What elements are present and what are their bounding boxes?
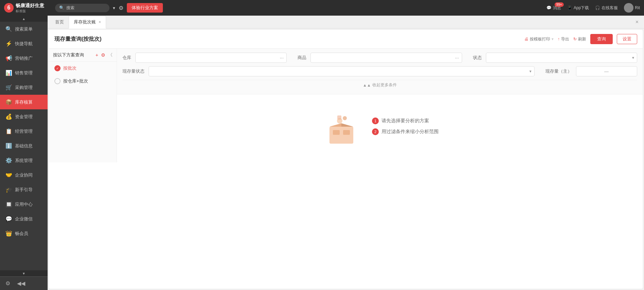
online-service-label: 在线客服 xyxy=(601,5,618,11)
sidebar-item-search[interactable]: 🔍 搜索菜单 xyxy=(0,22,48,36)
stock-qty-range[interactable]: — xyxy=(576,66,637,76)
user-avatar-button[interactable]: Rit xyxy=(624,3,640,13)
svg-rect-0 xyxy=(329,127,353,144)
sidebar-scroll-down[interactable]: ▼ xyxy=(0,270,48,276)
messages-button[interactable]: 💬 消息 99+ xyxy=(546,5,561,11)
svg-rect-3 xyxy=(333,130,340,135)
refresh-button[interactable]: ↻ 刷新 xyxy=(573,36,586,42)
sidebar-item-label: 采购管理 xyxy=(15,85,33,91)
logo-icon: 6 xyxy=(4,3,14,13)
avatar xyxy=(624,3,633,13)
status-select[interactable]: ▾ xyxy=(486,53,637,63)
topbar-right: 💬 消息 99+ 📱 App下载 🎧 在线客服 Rit xyxy=(546,3,640,13)
operation-icon: 📋 xyxy=(5,128,12,134)
topbar-center: 🔍 搜索 ▾ ⚙ 体验行业方案 xyxy=(52,3,546,13)
sidebar-item-label: 应用中心 xyxy=(15,201,33,207)
message-icon: 💬 xyxy=(546,5,552,10)
sidebar-item-label: 经营管理 xyxy=(15,128,33,134)
sidebar-item-operation[interactable]: 📋 经营管理 xyxy=(0,124,48,139)
sidebar-item-app-center[interactable]: 🔲 应用中心 xyxy=(0,197,48,212)
left-panel-actions: + ⚙ 《 xyxy=(96,52,113,58)
empty-step-2: 2 用过滤条件来缩小分析范围 xyxy=(372,128,439,135)
tab-close-all-icon[interactable]: × xyxy=(633,18,641,26)
sidebar-item-finance[interactable]: 💰 资金管理 xyxy=(0,109,48,124)
sidebar-item-enterprise[interactable]: 🤝 企业协同 xyxy=(0,168,48,182)
warehouse-input[interactable]: ··· xyxy=(135,53,287,63)
sidebar-item-system[interactable]: ⚙️ 系统管理 xyxy=(0,153,48,168)
export-button[interactable]: ↑ 导出 xyxy=(558,36,569,42)
topbar-search[interactable]: 🔍 搜索 xyxy=(55,4,109,12)
export-label: 导出 xyxy=(561,36,569,42)
sidebar-item-quick-nav[interactable]: ⚡ 快捷导航 xyxy=(0,36,48,51)
svg-marker-1 xyxy=(329,123,341,127)
left-panel-header: 按以下方案查询 + ⚙ 《 xyxy=(49,49,117,62)
collapse-filter-button[interactable]: ▲▲ 收起更多条件 xyxy=(122,80,637,90)
topbar-gear-icon[interactable]: ⚙ xyxy=(119,5,123,11)
tabs-bar: 首页 库存批次账 × × xyxy=(48,16,644,29)
setting-button[interactable]: 设置 xyxy=(617,34,637,44)
page-header-actions: 🖨 按模板打印 ▾ ↑ 导出 ↻ 刷新 查询 设置 xyxy=(524,34,637,44)
tab-home[interactable]: 首页 xyxy=(50,16,69,29)
wechat-icon: 💬 xyxy=(5,216,12,222)
search-menu-icon: 🔍 xyxy=(5,26,12,32)
sidebar-item-wechat[interactable]: 💬 企业微信 xyxy=(0,212,48,226)
sidebar-item-guide[interactable]: 🎓 新手引导 xyxy=(0,182,48,197)
sidebar-item-label: 畅会员 xyxy=(15,231,28,237)
online-service-button[interactable]: 🎧 在线客服 xyxy=(595,5,618,11)
trial-button[interactable]: 体验行业方案 xyxy=(127,3,163,13)
sidebar-item-purchase[interactable]: 🛒 采购管理 xyxy=(0,80,48,95)
tab-inventory-batch[interactable]: 库存批次账 × xyxy=(69,16,106,29)
sidebar-scroll-up[interactable]: ▲ xyxy=(0,16,48,22)
sidebar-item-inventory[interactable]: 📦 库存核算 xyxy=(0,95,48,109)
collapse-sidebar-icon[interactable]: ◀◀ xyxy=(17,280,25,287)
settings-bottom-icon[interactable]: ⚙ xyxy=(5,280,10,287)
tab-home-label: 首页 xyxy=(55,19,64,25)
plan-active-icon: ✓ xyxy=(54,65,61,71)
add-plan-icon[interactable]: + xyxy=(96,52,98,58)
sidebar-item-basic-info[interactable]: ℹ️ 基础信息 xyxy=(0,139,48,153)
warehouse-dots[interactable]: ··· xyxy=(280,55,284,60)
warehouse-label: 仓库 xyxy=(122,55,131,61)
system-icon: ⚙️ xyxy=(5,157,12,164)
topbar-dropdown-icon[interactable]: ▾ xyxy=(113,5,115,11)
finance-icon: 💰 xyxy=(5,113,12,120)
service-icon: 🎧 xyxy=(595,5,600,10)
sidebar-item-label: 系统管理 xyxy=(15,158,33,164)
filter-row-2: 现存量状态 ▾ 现存量（主） — xyxy=(122,66,637,76)
print-button[interactable]: 🖨 按模板打印 ▾ xyxy=(524,36,554,42)
sidebar: ▲ 🔍 搜索菜单 ⚡ 快捷导航 📢 营销推广 📊 销售管理 🛒 采购管理 xyxy=(0,16,48,290)
sidebar-item-label: 营销推广 xyxy=(15,55,33,61)
sidebar-item-label: 快捷导航 xyxy=(15,41,33,47)
collapse-panel-icon[interactable]: 《 xyxy=(108,52,113,58)
quick-nav-icon: ⚡ xyxy=(5,40,12,47)
right-area: 仓库 ··· 商品 ··· 状态 xyxy=(117,49,643,162)
member-icon: 👑 xyxy=(5,230,12,237)
product-text-input[interactable] xyxy=(313,55,455,60)
app-download-button[interactable]: 📱 App下载 xyxy=(567,5,589,11)
sidebar-item-label: 企业微信 xyxy=(15,216,33,222)
step-1-number: 1 xyxy=(372,117,379,124)
stock-qty-max-input[interactable] xyxy=(610,69,634,74)
plan-item-batch[interactable]: ✓ 按批次 xyxy=(49,62,117,75)
plan-item-warehouse-batch[interactable]: 按仓库+批次 xyxy=(49,75,117,88)
print-chevron-icon: ▾ xyxy=(552,37,554,41)
main-area: 按以下方案查询 + ⚙ 《 ✓ 按批次 按仓库+批次 xyxy=(49,49,643,162)
product-dots[interactable]: ··· xyxy=(455,55,459,60)
tab-close-icon[interactable]: × xyxy=(99,20,101,24)
query-button[interactable]: 查询 xyxy=(590,34,613,44)
message-badge: 99+ xyxy=(555,2,564,7)
sidebar-item-marketing[interactable]: 📢 营销推广 xyxy=(0,51,48,66)
stock-status-select[interactable]: ▾ xyxy=(149,66,535,76)
warehouse-text-input[interactable] xyxy=(138,55,280,60)
product-input[interactable]: ··· xyxy=(310,53,462,63)
sidebar-item-member[interactable]: 👑 畅会员 xyxy=(0,226,48,241)
export-icon: ↑ xyxy=(558,37,560,41)
svg-point-6 xyxy=(343,116,347,120)
app-title: 畅康通好生意 标准版 xyxy=(16,2,44,13)
sidebar-item-label: 企业协同 xyxy=(15,172,33,178)
stock-status-label: 现存量状态 xyxy=(122,68,145,74)
sidebar-item-sales[interactable]: 📊 销售管理 xyxy=(0,66,48,80)
main-layout: ▲ 🔍 搜索菜单 ⚡ 快捷导航 📢 营销推广 📊 销售管理 🛒 采购管理 xyxy=(0,16,644,290)
setting-plan-icon[interactable]: ⚙ xyxy=(101,52,105,58)
stock-qty-min-input[interactable] xyxy=(579,69,603,74)
